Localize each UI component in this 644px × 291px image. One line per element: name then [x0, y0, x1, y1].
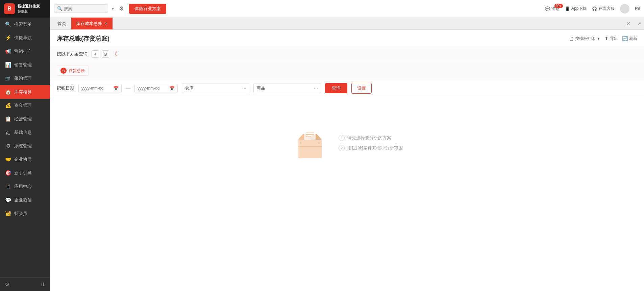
warehouse-label: 仓库	[185, 85, 194, 91]
date-separator: —	[126, 86, 130, 91]
finance-icon: 💰	[5, 102, 11, 109]
tabbar: 首页 库存成本总账 ✕ ✕ ⤢	[50, 18, 644, 30]
settings-icon[interactable]: ⚙	[5, 281, 9, 288]
support-icon: 🎧	[592, 6, 597, 11]
calendar-to-icon[interactable]: 📅	[169, 86, 175, 91]
sidebar-item-system[interactable]: ⚙系统管理	[0, 139, 50, 153]
filter-manage-btn[interactable]: ⊙	[102, 50, 109, 58]
tab-inventory-ledger[interactable]: 库存成本总账 ✕	[71, 18, 113, 29]
sidebar-item-quick-nav[interactable]: ⚡快捷导航	[0, 31, 50, 45]
sidebar-item-label: 基础信息	[14, 129, 32, 136]
filter-fold-btn[interactable]: 《	[112, 51, 117, 58]
audio-icon[interactable]: ⏸	[40, 282, 45, 288]
date-to-field[interactable]	[138, 86, 168, 91]
hint-num-1: 1	[339, 135, 345, 141]
page-content: 库存总账(存货总账) 🖨 按模板打印 ▼ ⬆ 导出 🔄 刷新 按以下方案查询	[50, 30, 644, 291]
sidebar-item-label: 企业微信	[14, 197, 32, 203]
app-logo: B 畅捷通好生意 标准版	[0, 0, 50, 18]
svg-rect-0	[298, 140, 322, 158]
date-from-input[interactable]: 📅	[78, 84, 122, 93]
member-icon: 👑	[5, 210, 11, 217]
tab-home[interactable]: 首页	[53, 18, 71, 29]
sidebar-item-purchase[interactable]: 🛒采购管理	[0, 72, 50, 85]
page-header-actions: 🖨 按模板打印 ▼ ⬆ 导出 🔄 刷新	[569, 36, 637, 42]
svg-rect-2	[304, 130, 316, 140]
sidebar-item-guide[interactable]: 🎯新手引导	[0, 166, 50, 180]
product-label: 商品	[256, 85, 265, 91]
operations-icon: 📋	[5, 116, 11, 122]
calendar-from-icon[interactable]: 📅	[113, 86, 119, 91]
sidebar-item-basic-info[interactable]: 🗂基础信息	[0, 126, 50, 139]
sidebar-item-finance[interactable]: 💰资金管理	[0, 99, 50, 112]
search-input[interactable]	[64, 6, 98, 11]
print-btn[interactable]: 🖨 按模板打印 ▼	[569, 36, 600, 42]
sidebar-item-app-center[interactable]: 📱应用中心	[0, 180, 50, 193]
product-more-icon[interactable]: ···	[314, 86, 318, 91]
app-download-label: App下载	[571, 6, 587, 11]
sidebar-item-label: 畅会员	[14, 211, 27, 217]
topbar-settings-icon[interactable]: ⚙	[119, 5, 124, 12]
sidebar-item-label: 采购管理	[14, 75, 32, 81]
empty-illustration	[291, 124, 328, 162]
search-chevron-icon[interactable]: ▼	[111, 6, 115, 11]
sidebar-item-label: 应用中心	[14, 184, 32, 190]
sidebar-item-label: 库存核算	[14, 89, 32, 95]
sidebar-item-operations[interactable]: 📋经营管理	[0, 112, 50, 126]
sidebar-nav: 🔍搜索菜单⚡快捷导航📢营销推广📊销售管理🛒采购管理🏠库存核算💰资金管理📋经营管理…	[0, 18, 50, 277]
refresh-btn[interactable]: 🔄 刷新	[622, 36, 637, 42]
sidebar-item-marketing[interactable]: 📢营销推广	[0, 45, 50, 58]
trial-btn[interactable]: 体验行业方案	[129, 4, 166, 14]
message-btn[interactable]: 💬 消息 99+	[545, 6, 560, 11]
sidebar-item-label: 营销推广	[14, 48, 32, 54]
hint-item-2: 2 用[过滤]条件来缩小分析范围	[339, 145, 402, 151]
export-btn[interactable]: ⬆ 导出	[604, 36, 618, 42]
sidebar: B 畅捷通好生意 标准版 🔍搜索菜单⚡快捷导航📢营销推广📊销售管理🛒采购管理🏠库…	[0, 0, 50, 291]
date-from-field[interactable]	[81, 86, 112, 91]
warehouse-selector[interactable]: 仓库 ···	[182, 83, 249, 93]
scheme-item[interactable]: ⊙ 存货总账	[57, 66, 89, 76]
print-chevron-icon: ▼	[597, 37, 600, 41]
user-avatar[interactable]	[620, 4, 629, 14]
tab-close-icon[interactable]: ✕	[104, 21, 108, 26]
svg-point-7	[318, 142, 320, 144]
hint-text-1: 请先选择要分析的方案	[347, 135, 391, 141]
basic-info-icon: 🗂	[5, 129, 11, 136]
query-btn[interactable]: 查询	[325, 83, 347, 93]
guide-icon: 🎯	[5, 170, 11, 176]
filter-add-btn[interactable]: +	[92, 50, 99, 58]
tabbar-expand-btn[interactable]: ⤢	[637, 21, 641, 26]
hint-item-1: 1 请先选择要分析的方案	[339, 135, 402, 141]
warehouse-more-icon[interactable]: ···	[242, 86, 246, 91]
marketing-icon: 📢	[5, 48, 11, 55]
sidebar-item-search-menu[interactable]: 🔍搜索菜单	[0, 18, 50, 31]
wechat-icon: 💬	[5, 197, 11, 203]
sidebar-item-label: 销售管理	[14, 62, 32, 68]
sidebar-item-inventory[interactable]: 🏠库存核算	[0, 85, 50, 99]
sidebar-item-wechat[interactable]: 💬企业微信	[0, 193, 50, 207]
sidebar-item-label: 搜索菜单	[14, 21, 32, 27]
date-to-input[interactable]: 📅	[134, 84, 178, 93]
sidebar-item-sales[interactable]: 📊销售管理	[0, 58, 50, 72]
sidebar-item-member[interactable]: 👑畅会员	[0, 207, 50, 220]
product-selector[interactable]: 商品 ···	[253, 83, 321, 93]
online-support-btn[interactable]: 🎧 在线客服	[592, 6, 615, 11]
sidebar-item-enterprise[interactable]: 🤝企业协同	[0, 153, 50, 166]
system-icon: ⚙	[5, 143, 11, 149]
app-download-icon: 📱	[565, 6, 570, 11]
sales-icon: 📊	[5, 62, 11, 68]
quick-nav-icon: ⚡	[5, 34, 11, 41]
sidebar-footer: ⚙ ⏸	[0, 277, 50, 291]
settings-btn[interactable]: 设置	[351, 83, 372, 94]
sidebar-item-label: 经营管理	[14, 116, 32, 122]
app-download-btn[interactable]: 📱 App下载	[565, 6, 587, 11]
topbar-actions: 💬 消息 99+ 📱 App下载 🎧 在线客服 Rit	[545, 4, 640, 14]
search-icon: 🔍	[57, 6, 63, 11]
topbar-search-box[interactable]: 🔍	[54, 4, 108, 13]
username-label: Rit	[635, 6, 640, 11]
enterprise-icon: 🤝	[5, 156, 11, 163]
tabbar-close-btn[interactable]: ✕	[626, 20, 630, 27]
scheme-icon: ⊙	[60, 68, 67, 74]
empty-state-inner: 1 请先选择要分析的方案 2 用[过滤]条件来缩小分析范围	[291, 124, 402, 162]
date-field-label: 记账日期	[57, 85, 74, 91]
logo-icon: B	[4, 3, 15, 14]
